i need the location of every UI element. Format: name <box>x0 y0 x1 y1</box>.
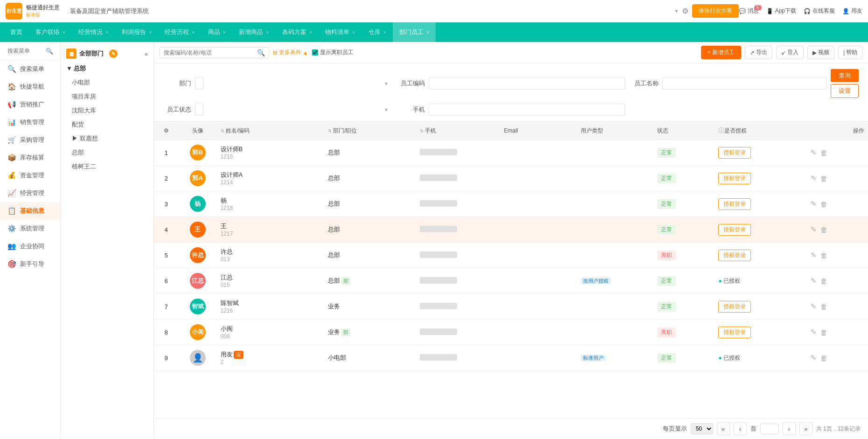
auth-button[interactable]: 授权登录 <box>718 224 751 236</box>
nav-tab[interactable]: 部门员工× <box>393 22 436 42</box>
per-page-select[interactable]: 50 <box>691 423 713 434</box>
settings-col-icon[interactable]: ⚙ <box>164 127 169 134</box>
tab-close-button[interactable]: × <box>223 29 226 35</box>
sidebar-item[interactable]: 👥企业协同 <box>0 237 60 255</box>
edit-button[interactable]: ✎ <box>811 328 817 336</box>
tab-close-button[interactable]: × <box>266 29 269 35</box>
dept-select[interactable] <box>195 77 203 90</box>
dropdown-arrow-icon[interactable]: ▾ <box>675 7 678 14</box>
dept-edit-icon[interactable]: ✎ <box>109 49 118 58</box>
sidebar-item[interactable]: 🏠快捷导航 <box>0 78 60 96</box>
delete-button[interactable]: 🗑 <box>820 251 827 259</box>
delete-button[interactable]: 🗑 <box>820 302 827 311</box>
user-button[interactable]: 👤 用友 <box>842 7 862 15</box>
tab-close-button[interactable]: × <box>105 29 108 35</box>
trial-button[interactable]: 体验行业方案 <box>692 4 739 18</box>
edit-button[interactable]: ✎ <box>811 251 817 259</box>
sidebar-item[interactable]: 💰资金管理 <box>0 167 60 184</box>
tab-home[interactable]: 首页 <box>4 22 29 42</box>
phone-input[interactable] <box>429 104 625 116</box>
dept-tree-item[interactable]: 小电部 <box>61 76 153 90</box>
auth-button[interactable]: 授权登录 <box>718 301 751 313</box>
last-page-button[interactable]: » <box>799 422 812 435</box>
tab-close-button[interactable]: × <box>426 29 429 35</box>
sidebar-item[interactable]: 🔍搜索菜单 <box>0 60 60 78</box>
view-button[interactable]: ▶ 视频 <box>807 46 834 59</box>
tab-close-button[interactable]: × <box>192 29 194 35</box>
export-button[interactable]: ↗ 导出 <box>745 46 772 59</box>
auth-button[interactable]: 授权登录 <box>718 198 751 210</box>
dept-tree-item[interactable]: 植树王二 <box>61 160 153 174</box>
tab-close-button[interactable]: × <box>149 29 152 35</box>
nav-tab[interactable]: 利润报告× <box>115 22 158 42</box>
import-button[interactable]: ↙ 导入 <box>776 46 804 59</box>
show-resigned-checkbox[interactable] <box>312 49 318 56</box>
delete-button[interactable]: 🗑 <box>820 277 827 285</box>
dept-tree-item[interactable]: 项目库房 <box>61 90 153 104</box>
dept-tree-item[interactable]: 总部 <box>61 146 153 160</box>
auth-button[interactable]: 授权登录 <box>718 147 751 159</box>
nav-tab[interactable]: 经营历程× <box>158 22 201 42</box>
tab-close-button[interactable]: × <box>383 29 386 35</box>
auth-button[interactable]: 授权登录 <box>718 250 751 261</box>
settings-button[interactable]: 设置 <box>831 84 859 98</box>
tab-close-button[interactable]: × <box>62 29 65 35</box>
employee-code-input[interactable] <box>429 77 625 90</box>
nav-tab[interactable]: 条码方案× <box>276 22 319 42</box>
sidebar-item[interactable]: ⚙️系统管理 <box>0 220 60 237</box>
sidebar-search-input[interactable] <box>4 46 46 56</box>
nav-tab[interactable]: 经营情况× <box>72 22 115 42</box>
dept-tree-item[interactable]: ▶ 双鹿想 <box>61 132 153 146</box>
nav-tab[interactable]: 客户联络× <box>29 22 72 42</box>
tab-close-button[interactable]: × <box>309 29 312 35</box>
delete-button[interactable]: 🗑 <box>820 328 827 336</box>
edit-button[interactable]: ✎ <box>811 174 817 182</box>
nav-tab[interactable]: 物料清单× <box>319 22 361 42</box>
nav-tab[interactable]: 新增商品× <box>232 22 275 42</box>
employee-name-input[interactable] <box>662 77 827 90</box>
delete-button[interactable]: 🗑 <box>820 354 827 362</box>
edit-button[interactable]: ✎ <box>811 200 817 208</box>
sidebar-item[interactable]: 🎯新手引导 <box>0 255 60 273</box>
tab-close-button[interactable]: × <box>352 29 355 35</box>
sidebar-item[interactable]: 📈经营管理 <box>0 184 60 202</box>
next-page-button[interactable]: › <box>783 422 796 435</box>
query-button[interactable]: 查询 <box>831 69 859 82</box>
app-download-button[interactable]: 📱 App下载 <box>766 7 796 15</box>
help-button[interactable]: | 帮助 <box>838 46 862 59</box>
auth-button[interactable]: 授权登录 <box>718 173 751 184</box>
sidebar-item[interactable]: 📋基础信息 <box>0 202 60 220</box>
more-filters-button[interactable]: ⊞ 更多条件 ▲ <box>273 49 308 56</box>
nav-tab[interactable]: 仓库× <box>362 22 393 42</box>
edit-button[interactable]: ✎ <box>811 148 817 157</box>
sidebar-item[interactable]: 🛒采购管理 <box>0 131 60 149</box>
delete-button[interactable]: 🗑 <box>820 174 827 182</box>
online-service-button[interactable]: 🎧 在线客服 <box>804 7 835 15</box>
sidebar-item[interactable]: 📢营销推广 <box>0 96 60 113</box>
edit-button[interactable]: ✎ <box>811 354 817 362</box>
edit-button[interactable]: ✎ <box>811 225 817 234</box>
delete-button[interactable]: 🗑 <box>820 148 827 157</box>
employee-dept-cell: 总部 <box>324 217 416 243</box>
dept-tree-item[interactable]: ▼ 总部 <box>61 62 153 76</box>
status-select[interactable] <box>195 104 203 116</box>
edit-button[interactable]: ✎ <box>811 277 817 285</box>
dept-collapse-button[interactable]: « <box>145 50 148 57</box>
nav-tab[interactable]: 商品× <box>201 22 232 42</box>
dept-tree-item[interactable]: 配货 <box>61 118 153 132</box>
sidebar-item[interactable]: 📊销售管理 <box>0 113 60 131</box>
settings-icon[interactable]: ⚙ <box>682 7 688 15</box>
edit-button[interactable]: ✎ <box>811 302 817 311</box>
sidebar-item[interactable]: 📦库存核算 <box>0 149 60 167</box>
page-number-input[interactable]: 1 <box>760 424 779 434</box>
delete-button[interactable]: 🗑 <box>820 225 827 234</box>
delete-button[interactable]: 🗑 <box>820 200 827 208</box>
employee-search-input[interactable] <box>164 48 257 58</box>
prev-page-button[interactable]: ‹ <box>734 422 747 435</box>
message-button[interactable]: 💬 消息 6 <box>739 7 759 15</box>
auth-button[interactable]: 授权登录 <box>718 327 751 338</box>
add-employee-button[interactable]: + 新增员工 <box>701 46 741 59</box>
first-page-button[interactable]: « <box>717 422 730 435</box>
show-resigned-checkbox-label[interactable]: 显示离职员工 <box>312 49 354 56</box>
dept-tree-item[interactable]: 沈阳大库 <box>61 104 153 118</box>
